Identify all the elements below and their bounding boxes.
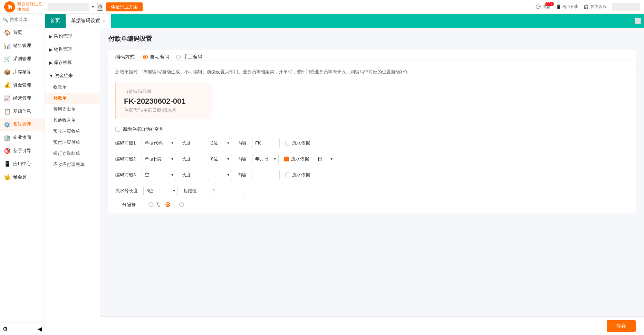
sidebar-item-operations[interactable]: 📈 经营管理 xyxy=(0,92,45,105)
user-avatar[interactable] xyxy=(612,3,640,11)
collapse-icon[interactable]: ◀ xyxy=(38,326,42,332)
sub-group-finance: ▼ 资金往来 收款单 付款单 费用支出单 其他收入单 预收冲应收单 预付冲应付单… xyxy=(45,70,100,170)
sub-item-receipt[interactable]: 收款单 xyxy=(45,82,100,93)
headset-icon: 🎧 xyxy=(584,4,589,9)
app-download-button[interactable]: 📱 App下载 xyxy=(556,4,578,10)
auto-fill-checkbox[interactable] xyxy=(115,127,120,132)
sub-group-sales: ▶ 销售管理 xyxy=(45,44,100,55)
chevron-down-icon: ▼ xyxy=(49,73,54,78)
prefix1-select-wrapper: 单据代码 xyxy=(142,138,176,148)
content-area: 首页 单据编码设置 ✕ — ⬜ ▶ 采购管理 xyxy=(45,14,644,335)
example-label: 当前编码示例： xyxy=(124,89,203,95)
sidebar-item-home[interactable]: 🏠 首页 xyxy=(0,26,45,39)
search-label: 搜索菜单 xyxy=(10,17,28,23)
content3-label: 内容 xyxy=(238,172,247,178)
sub-item-prepaid-payable[interactable]: 预付冲应付单 xyxy=(45,137,100,148)
info-text: 新增单据时，'单据编码'自动生成、不可编辑。前缀设置为部门、业务员等档案类，开单… xyxy=(108,65,636,79)
sep-dot-option[interactable]: · xyxy=(179,202,188,207)
sep-dash-option[interactable]: - xyxy=(165,202,174,207)
sidebar-item-purchase[interactable]: 🛒 采购管理 xyxy=(0,52,45,65)
length1-select[interactable]: 2位 xyxy=(208,138,232,148)
sub-item-bank-deposit[interactable]: 银行存取款单 xyxy=(45,148,100,159)
prefix2-select-wrapper: 单据日期 xyxy=(142,154,176,164)
sidebar-item-enterprise[interactable]: 🏢 企业协同 xyxy=(0,131,45,144)
serial-len-select[interactable]: 3位 4位 5位 xyxy=(143,186,178,196)
content2-select[interactable]: 年月日 xyxy=(252,154,279,164)
length2-label: 长度 xyxy=(182,156,202,162)
prefix1-select[interactable]: 单据代码 xyxy=(142,138,176,148)
separator-row: 分隔符 无 - xyxy=(115,202,629,213)
manual-code-radio-dot xyxy=(176,55,181,59)
search-icon: 🔍 xyxy=(3,17,8,22)
tab-maximize-button[interactable]: ⬜ xyxy=(634,18,641,24)
sep-dash-radio xyxy=(165,202,170,207)
settings-icon[interactable]: ⚙ xyxy=(97,3,103,11)
save-button[interactable]: 保存 xyxy=(607,320,636,332)
length3-select[interactable] xyxy=(208,170,232,180)
tab-minimize-button[interactable]: — xyxy=(627,18,633,24)
day-select[interactable]: 日 月 年 xyxy=(315,154,335,164)
sep-none-option[interactable]: 无 xyxy=(148,202,160,208)
sub-group-inventory-title[interactable]: ▶ 库存核算 xyxy=(45,57,100,68)
start-val-input[interactable] xyxy=(210,186,244,196)
sub-group-inventory: ▶ 库存核算 xyxy=(45,57,100,68)
industry-solution-button[interactable]: 体验行业方案 xyxy=(106,2,143,11)
sidebar-item-inventory[interactable]: 📦 库存核算 xyxy=(0,65,45,78)
sep-none-radio xyxy=(148,202,153,207)
tab-home[interactable]: 首页 xyxy=(45,14,66,28)
sidebar-item-newguide[interactable]: 🎯 新手引导 xyxy=(0,144,45,157)
waterflow2-checkbox[interactable]: ✓ xyxy=(284,157,289,161)
sub-item-prepaid-receivable[interactable]: 预收冲应收单 xyxy=(45,126,100,137)
prefix2-select[interactable]: 单据日期 xyxy=(142,154,176,164)
sidebar-item-system[interactable]: ⚙️ 系统管理 xyxy=(0,118,45,131)
sidebar-item-label: 企业协同 xyxy=(13,134,31,141)
settings-footer-icon[interactable]: ⚙ xyxy=(3,326,8,332)
day-select-wrapper: 日 月 年 xyxy=(315,154,335,164)
waterflow1-checkbox[interactable] xyxy=(285,141,290,146)
sub-group-finance-title[interactable]: ▼ 资金往来 xyxy=(45,70,100,82)
tab-close-icon[interactable]: ✕ xyxy=(102,18,106,23)
sub-item-payment[interactable]: 付款单 xyxy=(45,93,100,104)
search-menu-button[interactable]: 🔍 搜索菜单 xyxy=(0,14,45,26)
waterflow3-checkbox[interactable] xyxy=(285,173,290,177)
content1-input[interactable] xyxy=(252,138,280,148)
company-selector[interactable] xyxy=(48,3,89,11)
sub-item-ar-ap-adjust[interactable]: 应收应付调整单 xyxy=(45,159,100,170)
tab-home-label: 首页 xyxy=(50,18,60,24)
sidebar-item-finance[interactable]: 💰 资金管理 xyxy=(0,78,45,92)
sub-item-expense[interactable]: 费用支出单 xyxy=(45,104,100,115)
manual-code-radio[interactable]: 手工编码 xyxy=(176,54,202,60)
system-icon: ⚙️ xyxy=(4,121,10,128)
example-desc: 单据代码-单据日期-流水号 xyxy=(124,107,203,113)
length2-select[interactable]: 8位 xyxy=(208,154,232,164)
sidebar-item-label: 库存核算 xyxy=(13,69,31,75)
sidebar-item-label: 基础信息 xyxy=(13,108,31,114)
sidebar: 🔍 搜索菜单 🏠 首页 📊 销售管理 🛒 采购管理 📦 库存核算 💰 xyxy=(0,14,45,335)
prefix2-label: 编码前缀2 xyxy=(115,156,136,162)
sub-group-purchase: ▶ 采购管理 xyxy=(45,30,100,42)
content3-input[interactable] xyxy=(252,170,280,180)
coding-method-radio-group: 自动编码 手工编码 xyxy=(143,54,202,60)
nav-dropdown[interactable]: ▾ xyxy=(92,4,94,9)
appcenter-icon: 📱 xyxy=(4,161,10,167)
sidebar-item-member[interactable]: 👑 畅会员 xyxy=(0,170,45,184)
message-button[interactable]: 💬 消息 99+ xyxy=(536,4,550,10)
waterflow3-label: 流水依据 xyxy=(292,172,310,178)
online-service-button[interactable]: 🎧 在线客服 xyxy=(584,4,607,10)
sub-group-sales-title[interactable]: ▶ 销售管理 xyxy=(45,44,100,55)
prefix2-row: 编码前缀2 单据日期 长度 8位 xyxy=(115,154,629,164)
prefix3-select[interactable]: 空 xyxy=(142,170,176,180)
sub-item-other-income[interactable]: 其他收入单 xyxy=(45,115,100,126)
sidebar-item-label: 新手引导 xyxy=(13,148,31,154)
sidebar-item-sales[interactable]: 📊 销售管理 xyxy=(0,39,45,52)
operations-icon: 📈 xyxy=(4,95,10,101)
auto-code-radio[interactable]: 自动编码 xyxy=(143,54,169,60)
info-section: 新增单据时，'单据编码'自动生成、不可编辑。前缀设置为部门、业务员等档案类，开单… xyxy=(108,65,636,213)
tab-coding[interactable]: 单据编码设置 ✕ xyxy=(66,14,111,28)
sub-group-purchase-title[interactable]: ▶ 采购管理 xyxy=(45,30,100,42)
basic-icon: 📋 xyxy=(4,108,10,114)
sidebar-item-basic[interactable]: 📋 基础信息 xyxy=(0,105,45,118)
separator-options: 无 - · xyxy=(148,202,188,208)
serial-row: 流水号长度 3位 4位 5位 起始值 xyxy=(115,186,629,196)
sidebar-item-appcenter[interactable]: 📱 应用中心 xyxy=(0,157,45,170)
